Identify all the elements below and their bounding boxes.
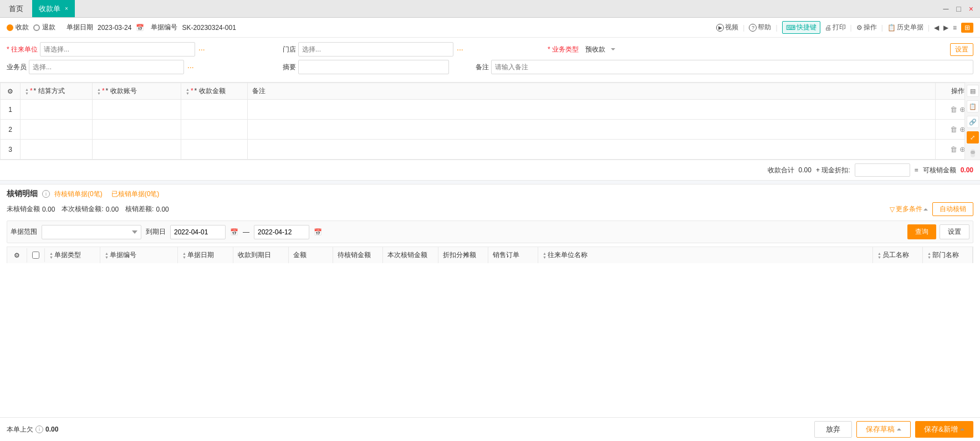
due-label: 到期日 [146,227,166,237]
bth-gear[interactable]: ⚙ [7,248,27,263]
auto-cancel-btn[interactable]: 自动核销 [932,202,973,216]
row-3-settle[interactable] [21,140,93,160]
row-2-note[interactable] [248,120,936,140]
side-tool-4[interactable]: ⤢ [967,131,979,143]
save-new-button[interactable]: 保存&新增 [915,421,973,438]
layout-icon[interactable]: ≡ [953,24,957,32]
tab-home[interactable]: 首页 [0,0,32,17]
partner-input[interactable] [40,42,195,57]
row-3-account[interactable] [93,140,181,160]
prev-info-icon[interactable]: i [35,425,43,433]
side-tools: ▤ 📋 🔗 ⤢ [964,83,980,160]
close-window-button[interactable]: × [967,3,976,14]
row-3-note[interactable] [248,140,936,160]
date-field: 单据日期 2023-03-24 📅 [62,23,144,32]
shortcut-btn[interactable]: ⌨ 快捷键 [782,21,820,34]
radio-receipt[interactable]: 收款 [7,23,29,32]
receipt-table-area: ⚙ ▲▼ * 结算方式 ▲▼ * 收款账号 [0,83,980,160]
query-btn[interactable]: 查询 [907,224,936,239]
history-btn[interactable]: 📋 历史单据 [887,23,923,32]
row-1-amount[interactable] [181,100,248,120]
store-section: 门店 ··· [283,42,521,57]
side-tool-3[interactable]: 🔗 [967,116,979,128]
due-end-input[interactable] [254,225,309,239]
row-1-settle[interactable] [21,100,93,120]
more-conditions-btn[interactable]: ▽ 更多条件 [890,204,928,214]
tab-close-icon[interactable]: × [65,6,68,12]
row-2-delete-icon[interactable]: 🗑 [950,125,957,134]
date-sep: — [243,228,249,236]
save-new-chevron [960,428,964,430]
nav-prev-icon[interactable]: ◀ [934,24,939,32]
nav-next-icon[interactable]: ▶ [943,24,948,32]
row-2-settle[interactable] [21,120,93,140]
table-row: 2 🗑 ⊕ [1,120,980,140]
store-more-btn[interactable]: ··· [457,45,463,54]
diff-val: 0.00 [156,206,169,213]
th-gear: ⚙ [1,83,21,100]
summary-input[interactable] [298,60,449,74]
partner-label: * 往来单位 [7,45,38,54]
summary-row: 收款合计 0.00 + 现金折扣: = 可核销金额 0.00 [0,160,980,180]
this-val: 0.00 [106,206,119,213]
sort-type-icon: ▲▼ [49,252,53,259]
minimize-button[interactable]: ─ [941,3,951,14]
done-tag[interactable]: 已核销单据(0笔) [111,189,160,199]
row-1-account[interactable] [93,100,181,120]
pending-tag[interactable]: 待核销单据(0笔) [54,189,103,199]
net-label: 可核销金额 [923,166,956,175]
row-3-amount[interactable] [181,140,248,160]
th-note: 备注 [248,83,936,100]
row-1-note[interactable] [248,100,936,120]
staff-label: 业务员 [7,63,27,72]
staff-more-btn[interactable]: ··· [187,63,194,71]
side-tool-1[interactable]: ▤ [967,85,979,97]
store-input[interactable] [298,42,453,57]
calendar-icon[interactable]: 📅 [136,24,144,32]
radio-refund[interactable]: 退款 [33,23,55,32]
note-input[interactable] [491,60,973,74]
maximize-button[interactable]: □ [954,3,963,14]
cal-icon-end[interactable]: 📅 [314,228,322,236]
settings-button[interactable]: 设置 [950,43,973,56]
side-tool-2[interactable]: 📋 [967,100,979,112]
sort-account-icon: ▲▼ [97,88,101,95]
row-1-delete-icon[interactable]: 🗑 [950,105,957,114]
biztype-label: * 业务类型 [548,45,579,54]
due-start-input[interactable] [170,225,226,239]
toolbar-actions: ▶ 视频 | ? 帮助 | ⌨ 快捷键 🖨 打印 | ⚙ 操作 | [716,21,973,34]
bottom-table-header: ⚙ ▲▼ 单据类型 ▲▼ 单据编号 ▲▼ 单据日期 收款到期日 金额 [7,247,973,263]
sort-number-icon: ▲▼ [105,252,109,259]
number-field: 单据编号 SK-20230324-001 [151,23,236,32]
bth-check[interactable] [27,248,45,262]
cal-icon-start[interactable]: 📅 [230,228,238,236]
window-controls: ─ □ × [941,3,980,14]
discount-input[interactable] [855,163,910,177]
grid-icon[interactable]: ⊞ [961,23,973,33]
row-2-account[interactable] [93,120,181,140]
row-3-delete-icon[interactable]: 🗑 [950,145,957,153]
select-all-check[interactable] [32,252,39,259]
th-settle: ▲▼ * 结算方式 [21,83,93,100]
filter-setting-btn[interactable]: 设置 [940,224,969,239]
discard-button[interactable]: 放弃 [814,421,852,438]
range-select[interactable] [42,225,141,239]
bth-staff: ▲▼ 员工名称 [873,247,923,263]
help-btn[interactable]: ? 帮助 [749,23,771,32]
footer-left: 本单上欠 i 0.00 [7,425,58,434]
filter-buttons: 查询 设置 [907,224,969,239]
partner-more-btn[interactable]: ··· [198,45,205,54]
staff-input[interactable] [29,60,184,74]
biztype-section: * 业务类型 预收款 设置 [548,43,973,56]
video-btn[interactable]: ▶ 视频 [716,23,738,32]
more-cond-chevron [923,208,928,211]
print-btn[interactable]: 🖨 打印 [825,23,846,32]
radio-refund-icon [33,24,40,31]
row-2-amount[interactable] [181,120,248,140]
operations-btn[interactable]: ⚙ 操作 [856,23,877,32]
biztype-dropdown-icon[interactable] [611,48,615,50]
verif-info-icon[interactable]: i [42,190,50,198]
tab-receipt[interactable]: 收款单 × [32,0,75,17]
form-row-2: 业务员 ··· 摘要 备注 [7,60,973,74]
save-draft-button[interactable]: 保存草稿 [856,421,911,438]
